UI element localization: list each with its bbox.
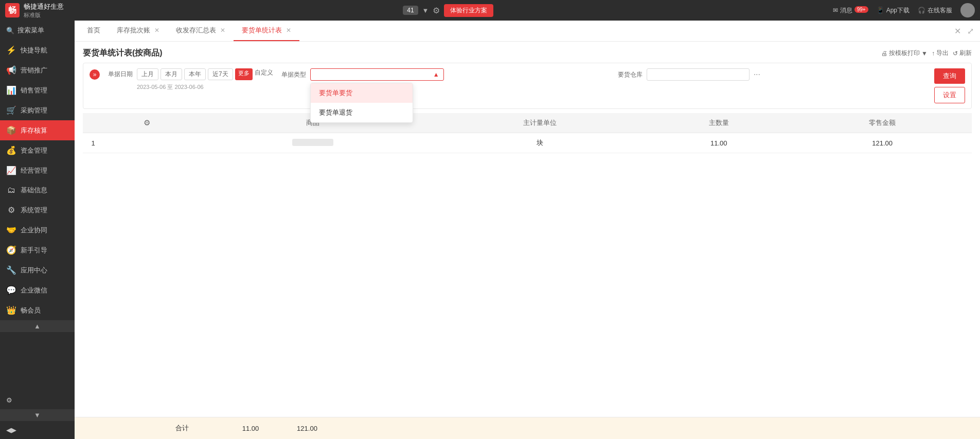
app-title: 畅捷通好生意 [24,2,64,11]
sidebar-item-member[interactable]: 👑畅会员 [0,300,75,320]
tab-label-receivable: 收发存汇总表 [176,26,216,35]
filter-date-row: 单据日期 上月 本月 本年 近7天 更多 自定义 [108,68,273,80]
sidebar: 🔍 搜索菜单 ⚡快捷导航📢营销推广📊销售管理🛒采购管理📦库存核算💰资金管理📈经营… [0,21,75,439]
sidebar-label-system: 系统管理 [21,206,47,215]
export-btn[interactable]: ↑ 导出 [932,49,949,58]
sidebar-item-guide[interactable]: 🧭新手引导 [0,240,75,260]
dropdown-item-order-in[interactable]: 要货单要货 [311,83,413,103]
footer-label: 合计 [175,424,189,433]
tab-items: 首页库存批次账✕收发存汇总表✕要货单统计表✕ [79,21,299,41]
tab-count-arrow[interactable]: ▼ [422,7,429,14]
sidebar-bottom: ⚙ [0,391,75,409]
print-arrow[interactable]: ▼ [921,50,928,57]
settings-button[interactable]: 设置 [934,87,965,103]
tab-expand-icon[interactable]: ⤢ [965,24,976,38]
table-row: 1 块 11.00 121.00 [83,133,972,153]
cell-settings [103,133,190,153]
sidebar-item-inventory[interactable]: 📦库存核算 [0,120,75,140]
sidebar-label-purchase: 采购管理 [21,106,47,115]
online-service-item[interactable]: 🎧 在线客服 [918,6,952,15]
sidebar-label-inventory: 库存核算 [21,126,47,135]
tab-home[interactable]: 首页 [79,21,109,41]
messages-item[interactable]: ✉ 消息 99+ [833,6,868,15]
last7-btn[interactable]: 近7天 [208,68,233,80]
custom-btn[interactable]: 自定义 [255,68,273,80]
filter-type-group: 单据类型 ▲ 要货单要货 要货单退货 [281,68,444,81]
sidebar-search[interactable]: 🔍 搜索菜单 [0,21,75,40]
tab-inventory[interactable]: 库存批次账✕ [109,21,168,41]
sidebar-items: ⚡快捷导航📢营销推广📊销售管理🛒采购管理📦库存核算💰资金管理📈经营管理🗂基础信息… [0,40,75,320]
app-download-item[interactable]: 📱 App下载 [877,6,910,15]
refresh-btn[interactable]: ↺ 刷新 [953,49,972,58]
col-amount: 零售金额 [793,113,972,133]
tab-order[interactable]: 要货单统计表✕ [234,21,299,41]
sidebar-item-sales[interactable]: 📊销售管理 [0,80,75,100]
warehouse-group: 要货仓库 ··· [618,68,760,81]
tab-close-receivable[interactable]: ✕ [220,27,225,34]
user-avatar[interactable] [960,3,975,17]
print-btn[interactable]: 🖨 按模板打印 ▼ [881,49,928,58]
filter-bar: » 单据日期 上月 本月 本年 近7天 更多 自定义 [83,63,972,109]
sidebar-scroll-down[interactable]: ▼ [0,409,75,421]
sidebar-label-business: 经营管理 [21,166,47,175]
sidebar-icon-appstore: 🔧 [6,265,16,275]
table-area: ⚙ 商品 主计量单位 主数量 零售金额 1 块 11.00 121.00 [83,113,972,417]
messages-label: 消息 [840,6,852,15]
sidebar-label-enterprise: 企业协同 [21,226,47,235]
tab-receivable[interactable]: 收发存汇总表✕ [168,21,234,41]
filter-expand-btn[interactable]: » [90,69,100,80]
sidebar-item-finance[interactable]: 💰资金管理 [0,140,75,160]
topbar-settings-icon[interactable]: ⚙ [433,6,440,15]
main-layout: 🔍 搜索菜单 ⚡快捷导航📢营销推广📊销售管理🛒采购管理📦库存核算💰资金管理📈经营… [0,21,980,439]
sidebar-item-appstore[interactable]: 🔧应用中心 [0,260,75,280]
tab-close-order[interactable]: ✕ [286,27,291,34]
sidebar-bottom-settings[interactable]: ⚙ [0,391,75,409]
sidebar-item-marketing[interactable]: 📢营销推广 [0,60,75,80]
query-button[interactable]: 查询 [934,68,965,84]
col-gear-icon[interactable]: ⚙ [144,118,150,127]
sidebar-label-quick-nav: 快捷导航 [21,46,47,55]
sidebar-item-system[interactable]: ⚙系统管理 [0,200,75,220]
sidebar-item-wechat[interactable]: 💬企业微信 [0,280,75,300]
sidebar-item-quick-nav[interactable]: ⚡快捷导航 [0,40,75,60]
last-month-btn[interactable]: 上月 [137,68,158,80]
sidebar-item-purchase[interactable]: 🛒采购管理 [0,100,75,120]
type-select-value [315,71,316,78]
dropdown-item-order-out[interactable]: 要货单退货 [311,103,413,122]
tab-bar-actions: ✕ ⤢ [952,24,976,38]
type-select-arrow: ▲ [433,71,439,78]
this-year-btn[interactable]: 本年 [184,68,206,80]
type-dropdown: 要货单要货 要货单退货 [310,83,413,123]
trial-button[interactable]: 体验行业方案 [444,4,493,17]
warehouse-label: 要货仓库 [618,70,643,79]
content-area: 首页库存批次账✕收发存汇总表✕要货单统计表✕ ✕ ⤢ 要货单统计表(按商品) 🖨… [75,21,980,439]
sidebar-collapse[interactable]: ◀▶ [0,421,75,439]
cell-product [190,133,435,153]
tab-close-inventory[interactable]: ✕ [154,27,159,34]
sidebar-label-guide: 新手引导 [21,246,47,255]
sidebar-scroll-up[interactable]: ▲ [0,320,75,332]
warehouse-more-icon[interactable]: ··· [754,70,760,79]
col-settings[interactable]: ⚙ [103,113,190,133]
product-blurred [292,139,333,146]
sidebar-item-basic[interactable]: 🗂基础信息 [0,180,75,200]
sidebar-item-enterprise[interactable]: 🤝企业协同 [0,220,75,240]
more-badge[interactable]: 更多 [235,68,253,80]
sidebar-icon-basic: 🗂 [6,186,16,195]
cell-amount: 121.00 [793,133,972,153]
sidebar-label-member: 畅会员 [21,306,41,315]
tab-close-icon[interactable]: ✕ [952,24,963,38]
filter-actions: 查询 设置 [934,68,965,103]
sidebar-item-business[interactable]: 📈经营管理 [0,160,75,180]
warehouse-select[interactable] [647,68,750,81]
sidebar-icon-system: ⚙ [6,205,16,215]
tab-label-order: 要货单统计表 [242,26,282,35]
app-logo: 畅 [5,3,20,17]
type-select-wrapper: ▲ 要货单要货 要货单退货 [310,68,444,81]
this-month-btn[interactable]: 本月 [161,68,182,80]
col-index [83,113,103,133]
page-title: 要货单统计表(按商品) [83,48,163,59]
page-content: 要货单统计表(按商品) 🖨 按模板打印 ▼ ↑ 导出 ↺ 刷新 [75,42,980,439]
refresh-icon: ↺ [953,50,958,57]
type-select[interactable]: ▲ [310,68,444,81]
